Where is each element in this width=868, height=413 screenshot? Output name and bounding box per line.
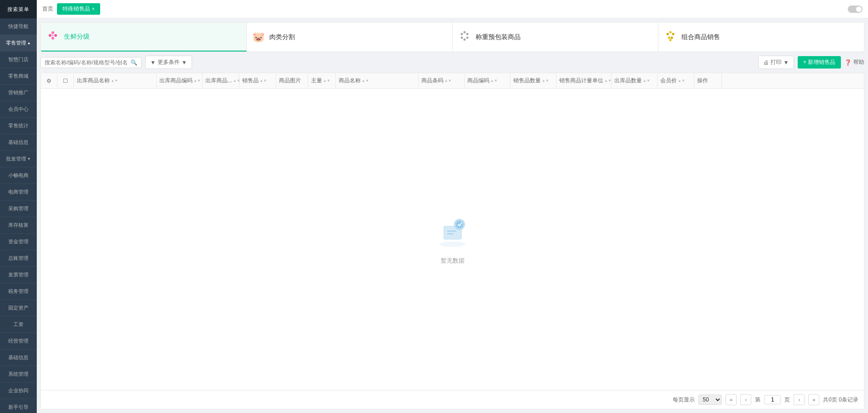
invoice-mgmt-label: 发票管理 (8, 271, 28, 278)
sidebar-item-basic-info2[interactable]: 基础信息 (0, 350, 37, 366)
first-page-btn[interactable]: « (726, 394, 737, 405)
next-page-btn[interactable]: › (794, 394, 805, 405)
sort-out-qty[interactable]: ▲▼ (643, 79, 650, 83)
ops-mgmt-label: 经营管理 (8, 338, 28, 344)
inventory-label: 库存核算 (8, 222, 28, 229)
sidebar-item-tax-mgmt[interactable]: 税务管理 (0, 283, 37, 300)
sidebar-item-general-ledger[interactable]: 总账管理 (0, 250, 37, 267)
sidebar-item-purchase-mgmt[interactable]: 采购管理 (0, 201, 37, 217)
svg-point-2 (54, 34, 57, 37)
main-area: 首页 特殊销售品 × (37, 0, 868, 413)
col-out-qty[interactable]: 出库品数量 ▲▼ (612, 73, 658, 88)
sidebar-item-enterprise[interactable]: 企业协同 (0, 383, 37, 399)
col-good-code[interactable]: 商品编码 ▲▼ (465, 73, 511, 88)
sidebar-item-fixed-assets[interactable]: 固定资产 (0, 300, 37, 316)
sidebar-item-smart-store[interactable]: 智慧门店 (0, 52, 37, 68)
sidebar-item-ecom-mgmt[interactable]: 电商管理 (0, 184, 37, 201)
active-tab[interactable]: 特殊销售品 × (57, 3, 100, 15)
fresh-grade-label: 生鲜分级 (64, 33, 90, 41)
tab-card-weigh-pack[interactable]: 称重预包装商品 (453, 23, 658, 52)
svg-rect-23 (447, 233, 454, 235)
sidebar-item-labor[interactable]: 工资 (0, 316, 37, 333)
col-main[interactable]: 主量 ▲▼ (308, 73, 336, 88)
sort-out-name[interactable]: ▲▼ (111, 79, 118, 83)
toolbar: 🔍 ▼ 更多条件 ▼ 🖨 打印 ▼ + 新增销售品 ❓ 帮助 (40, 56, 864, 69)
select-all-checkbox[interactable]: ☐ (63, 78, 68, 84)
weigh-pack-label: 称重预包装商品 (476, 33, 521, 41)
help-button[interactable]: ❓ 帮助 (845, 58, 864, 66)
col-out-code[interactable]: 出库商品编码 ▲▼ (157, 73, 203, 88)
search-input[interactable] (45, 59, 129, 66)
theme-toggle[interactable] (848, 6, 862, 13)
close-tab-icon[interactable]: × (92, 6, 95, 11)
new-sale-item-button[interactable]: + 新增销售品 (798, 56, 841, 69)
col-out-spec[interactable]: 出库商品... ▲▼ (203, 73, 239, 88)
toolbar-right: 🖨 打印 ▼ + 新增销售品 ❓ 帮助 (758, 56, 864, 69)
sort-good-name[interactable]: ▲▼ (362, 79, 369, 83)
sidebar-item-marketing[interactable]: 营销推广 (0, 85, 37, 101)
search-box[interactable]: 🔍 (40, 57, 142, 68)
svg-point-15 (671, 36, 673, 39)
general-ledger-label: 总账管理 (8, 255, 28, 262)
col-out-name[interactable]: 出库商品名称 ▲▼ (74, 73, 157, 88)
prev-page-btn[interactable]: ‹ (740, 394, 751, 405)
sidebar-item-batch-mgmt[interactable]: 批发管理 ▼ (0, 151, 37, 167)
sidebar-item-finance[interactable]: 资金管理 (0, 234, 37, 250)
last-page-btn[interactable]: » (808, 394, 819, 405)
search-icon[interactable]: 🔍 (130, 59, 137, 66)
tab-card-fresh-grade[interactable]: 生鲜分级 (41, 23, 247, 52)
page-number-input[interactable] (764, 395, 781, 404)
svg-point-7 (466, 33, 469, 35)
sort-out-code[interactable]: ▲▼ (193, 79, 201, 83)
batch-mgmt-arrow: ▼ (27, 157, 31, 161)
col-barcode[interactable]: 商品条码 ▲▼ (419, 73, 465, 88)
home-tab[interactable]: 首页 (42, 5, 53, 13)
sidebar-item-system-mgmt[interactable]: 系统管理 (0, 366, 37, 383)
table-scroll[interactable]: ⚙ ☐ 出库商品名称 ▲▼ 出库商品编码 ▲▼ 出库商品... ▲▼ (41, 73, 864, 89)
sidebar-item-retail-stats[interactable]: 零售统计 (0, 118, 37, 134)
sort-good-code[interactable]: ▲▼ (490, 79, 498, 83)
sidebar-item-mini-ecom[interactable]: 小畅电商 (0, 167, 37, 184)
sidebar-item-ops-mgmt[interactable]: 经营管理 (0, 333, 37, 350)
retail-mgmt-label: 零售管理 (6, 40, 26, 46)
basic-info-label: 基础信息 (8, 139, 28, 146)
sidebar-item-retail-mgmt[interactable]: 零售管理 ▲ (0, 35, 37, 52)
tab-card-meat-cut[interactable]: 🐷 肉类分割 (247, 23, 453, 52)
weigh-pack-icon (458, 29, 471, 45)
sort-sale-qty[interactable]: ▲▼ (542, 79, 549, 83)
page-size-select[interactable]: 50 20 100 (698, 395, 722, 405)
member-center-label: 会员中心 (8, 106, 28, 113)
col-sale-unit[interactable]: 销售商品计量单位 ▲▼ (556, 73, 612, 88)
svg-point-1 (51, 31, 54, 34)
col-sale-qty[interactable]: 销售品数量 ▲▼ (511, 73, 556, 88)
svg-point-9 (464, 38, 466, 40)
col-member-price[interactable]: 会员价 ▲▼ (658, 73, 694, 88)
sidebar-item-newcomer[interactable]: 新手引导 (0, 399, 37, 413)
finance-label: 资金管理 (8, 238, 28, 245)
sort-main[interactable]: ▲▼ (323, 79, 330, 83)
filter-button[interactable]: ▼ 更多条件 ▼ (145, 56, 192, 69)
col-img: 商品图片 (276, 73, 308, 88)
mini-ecom-label: 小畅电商 (8, 172, 28, 179)
sidebar-item-retail-mall[interactable]: 零售商城 (0, 68, 37, 85)
col-check[interactable]: ☐ (57, 74, 74, 88)
sidebar-item-quick-nav[interactable]: 快捷导航 (0, 18, 37, 35)
sort-member-price[interactable]: ▲▼ (678, 79, 685, 83)
tab-card-combo[interactable]: 组合商品销售 (658, 23, 864, 52)
col-good-name[interactable]: 商品名称 ▲▼ (336, 73, 419, 88)
svg-point-14 (668, 36, 670, 39)
sort-sale-unit[interactable]: ▲▼ (604, 79, 612, 83)
sidebar-item-member-center[interactable]: 会员中心 (0, 101, 37, 118)
sort-sale-item[interactable]: ▲▼ (260, 79, 267, 83)
col-gear[interactable]: ⚙ (41, 74, 57, 88)
sidebar-item-invoice-mgmt[interactable]: 发票管理 (0, 267, 37, 283)
sort-barcode[interactable]: ▲▼ (444, 79, 452, 83)
col-sale-item[interactable]: 销售品 ▲▼ (239, 73, 276, 88)
sidebar-item-inventory[interactable]: 库存核算 (0, 217, 37, 234)
sidebar-item-basic-info[interactable]: 基础信息 (0, 134, 37, 151)
total-info: 共0页 0条记录 (823, 396, 858, 404)
svg-point-5 (461, 33, 463, 35)
sidebar-logo: 搜索菜单 (0, 0, 37, 18)
print-button[interactable]: 🖨 打印 ▼ (758, 56, 794, 69)
newcomer-label: 新手引导 (8, 404, 28, 411)
